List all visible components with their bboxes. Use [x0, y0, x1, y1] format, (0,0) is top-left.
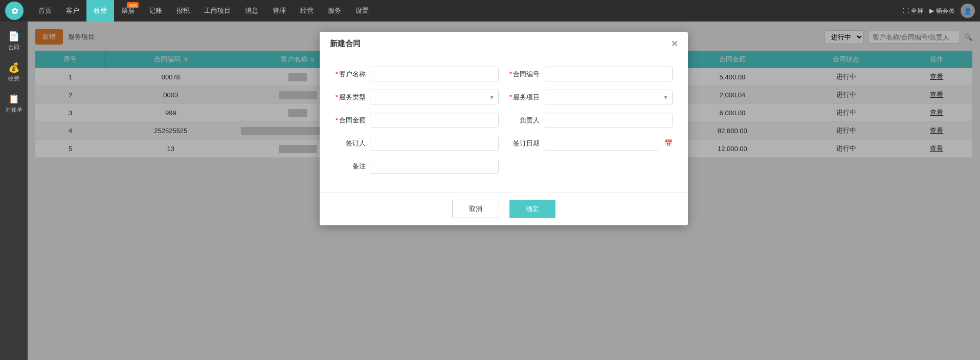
- nav-fee[interactable]: 收费: [86, 0, 114, 22]
- nav-customer[interactable]: 客户: [59, 0, 86, 22]
- top-nav: ✿ 首页 客户 收费 票据 new 记账 报税 工商项目 消息 管理 经营 服务…: [0, 0, 980, 22]
- fullscreen-btn[interactable]: ⛶ 全屏: [903, 7, 923, 15]
- nav-service[interactable]: 服务: [321, 0, 348, 22]
- form-group-service-type: *服务类型 ▼: [335, 90, 499, 104]
- label-contract-number: *合同编号: [509, 70, 540, 79]
- form-group-responsible: 负责人: [509, 113, 673, 128]
- reconcile-icon: 📋: [8, 93, 19, 104]
- avatar-icon: 👤: [964, 7, 972, 15]
- input-contract-amount[interactable]: 0.00: [370, 113, 499, 128]
- label-signer: 签订人: [335, 139, 366, 148]
- play-icon: ▶: [929, 7, 934, 14]
- form-group-contract-number: *合同编号: [509, 67, 673, 81]
- close-icon[interactable]: ✕: [671, 39, 678, 49]
- avatar[interactable]: 👤: [961, 4, 975, 18]
- input-customer-name[interactable]: [370, 67, 499, 81]
- cancel-button[interactable]: 取消: [452, 200, 499, 218]
- modal-title: 新建合同: [330, 39, 361, 49]
- input-contract-number[interactable]: [544, 67, 673, 81]
- form-group-service-item: *服务项目 ▼: [509, 90, 673, 104]
- nav-items: 首页 客户 收费 票据 new 记账 报税 工商项目 消息 管理 经营 服务 设…: [31, 0, 903, 22]
- form-row-4: 签订人 签订日期 2023-06-06 📅: [335, 136, 673, 151]
- sidebar: 📄 合同 💰 收费 📋 对账单: [0, 22, 28, 360]
- modal-overlay: 新建合同 ✕ *客户名称 *合同编号: [28, 22, 980, 360]
- form-row-1: *客户名称 *合同编号: [335, 67, 673, 81]
- input-sign-date[interactable]: 2023-06-06: [544, 136, 658, 151]
- form-group-signer: 签订人: [335, 136, 499, 151]
- form-row-2: *服务类型 ▼ *服务项目: [335, 90, 673, 104]
- nav-manage[interactable]: 管理: [265, 0, 293, 22]
- input-remark[interactable]: [370, 159, 499, 174]
- new-badge: new: [127, 2, 139, 8]
- label-amount: *合同金额: [335, 116, 366, 125]
- new-contract-modal: 新建合同 ✕ *客户名称 *合同编号: [320, 32, 688, 225]
- modal-header: 新建合同 ✕: [320, 32, 688, 56]
- nav-message[interactable]: 消息: [238, 0, 265, 22]
- top-nav-right: ⛶ 全屏 ▶ 畅会员 👤: [903, 4, 975, 18]
- form-row-3: *合同金额 0.00 负责人: [335, 113, 673, 128]
- modal-body: *客户名称 *合同编号: [320, 56, 688, 192]
- sidebar-item-contract[interactable]: 📄 合同: [1, 27, 27, 55]
- confirm-button[interactable]: 确定: [509, 200, 555, 218]
- nav-business[interactable]: 工商项目: [197, 0, 238, 22]
- label-responsible: 负责人: [509, 116, 540, 125]
- fee-icon: 💰: [8, 62, 19, 73]
- nav-invoice[interactable]: 票据 new: [114, 0, 142, 22]
- label-service-item: *服务项目: [509, 93, 540, 102]
- label-service-type: *服务类型: [335, 93, 366, 102]
- main-layout: 📄 合同 💰 收费 📋 对账单 新增 服务项目 进行中 已完成 已取消 �: [0, 22, 980, 360]
- nav-tax[interactable]: 报税: [169, 0, 197, 22]
- member-btn[interactable]: ▶ 畅会员: [929, 7, 954, 15]
- label-customer-name: *客户名称: [335, 70, 366, 79]
- form-group-remark: 备注: [335, 159, 499, 174]
- nav-operation[interactable]: 经营: [293, 0, 321, 22]
- nav-settings[interactable]: 设置: [348, 0, 376, 22]
- select-service-type[interactable]: [370, 90, 499, 104]
- logo-icon: ✿: [11, 6, 18, 16]
- form-row-5: 备注: [335, 159, 673, 174]
- fullscreen-icon: ⛶: [903, 7, 909, 14]
- calendar-icon[interactable]: 📅: [664, 139, 673, 147]
- nav-bookkeeping[interactable]: 记账: [142, 0, 169, 22]
- form-group-amount: *合同金额 0.00: [335, 113, 499, 128]
- contract-icon: 📄: [8, 31, 19, 42]
- form-group-sign-date: 签订日期 2023-06-06 📅: [509, 136, 673, 151]
- input-signer[interactable]: [370, 136, 499, 151]
- service-type-wrapper: ▼: [370, 90, 499, 104]
- label-sign-date: 签订日期: [509, 139, 540, 148]
- form-group-customer-name: *客户名称: [335, 67, 499, 81]
- input-responsible-person[interactable]: [544, 113, 673, 128]
- label-remark: 备注: [335, 162, 366, 171]
- sidebar-item-fee[interactable]: 💰 收费: [1, 58, 27, 87]
- logo: ✿: [5, 2, 24, 20]
- sidebar-item-reconcile[interactable]: 📋 对账单: [1, 89, 27, 118]
- select-service-item[interactable]: [544, 90, 673, 104]
- service-item-wrapper: ▼: [544, 90, 673, 104]
- content-area: 新增 服务项目 进行中 已完成 已取消 🔍 序号 合同编码 ⇅: [28, 22, 980, 360]
- nav-home[interactable]: 首页: [31, 0, 59, 22]
- modal-footer: 取消 确定: [320, 192, 688, 225]
